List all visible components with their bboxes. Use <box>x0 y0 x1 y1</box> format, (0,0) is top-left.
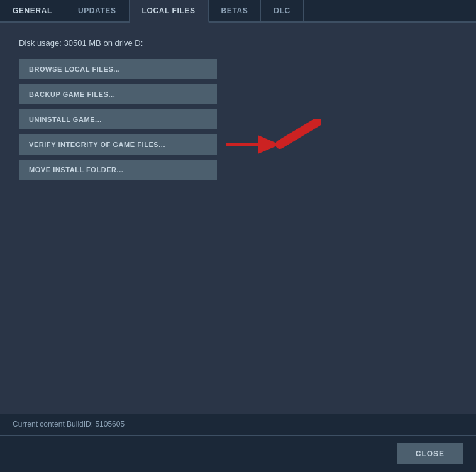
uninstall-game-button[interactable]: UNINSTALL GAME... <box>19 109 217 129</box>
move-install-folder-button[interactable]: MOVE INSTALL FOLDER... <box>19 160 217 180</box>
tab-general[interactable]: GENERAL <box>0 0 65 21</box>
backup-game-files-button[interactable]: BACKUP GAME FILES... <box>19 84 217 104</box>
browse-local-files-button[interactable]: BROWSE LOCAL FILES... <box>19 59 217 79</box>
build-id-label: Current content BuildID: 5105605 <box>13 420 463 435</box>
action-buttons-section: BROWSE LOCAL FILES... BACKUP GAME FILES.… <box>19 59 457 180</box>
verify-integrity-button[interactable]: VERIFY INTEGRITY OF GAME FILES... <box>19 134 217 155</box>
tab-dlc[interactable]: DLC <box>261 0 303 21</box>
steam-properties-window: GENERAL UPDATES LOCAL FILES BETAS DLC Di… <box>0 0 476 472</box>
close-button[interactable]: CLOSE <box>397 443 463 464</box>
annotation-arrow <box>220 119 321 169</box>
main-content: Disk usage: 30501 MB on drive D: BROWSE … <box>0 23 476 414</box>
footer-buttons: CLOSE <box>13 436 463 472</box>
disk-usage-label: Disk usage: 30501 MB on drive D: <box>19 38 457 48</box>
tab-bar: GENERAL UPDATES LOCAL FILES BETAS DLC <box>0 0 476 23</box>
svg-line-1 <box>280 122 318 145</box>
svg-marker-0 <box>226 135 280 154</box>
tab-updates[interactable]: UPDATES <box>65 0 130 21</box>
footer-area: Current content BuildID: 5105605 CLOSE <box>0 414 476 472</box>
tab-local-files[interactable]: LOCAL FILES <box>130 0 209 23</box>
tab-betas[interactable]: BETAS <box>209 0 262 21</box>
